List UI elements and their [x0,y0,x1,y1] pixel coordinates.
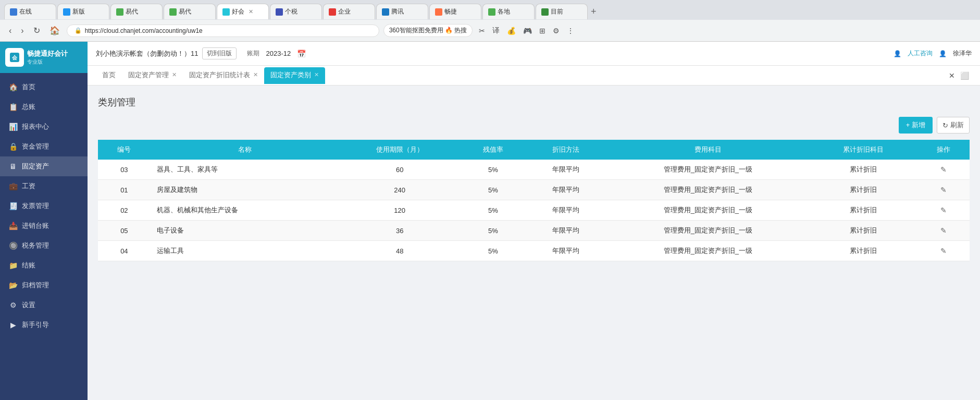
tab-label-2: 易代 [126,7,138,16]
content-area: 类别管理 + 新增 ↻ 刷新 编号 名称 使用期限（月） 残值率 折旧方法 费 [88,86,980,400]
browser-tab-bar: 在线 新版 易代 易代 好会 ✕ 个税 企业 腾讯 [0,0,980,20]
tab-category-close[interactable]: ✕ [314,71,319,78]
browser-tab-1[interactable]: 新版 [57,4,109,19]
reload-button[interactable]: ↻ [31,25,43,37]
browser-chrome: 在线 新版 易代 易代 好会 ✕ 个税 企业 腾讯 [0,0,980,42]
sidebar-item-fund[interactable]: 🔒 资金管理 [0,137,88,156]
tab-asset-mgmt-label: 固定资产管理 [128,70,169,80]
browser-tab-7[interactable]: 腾讯 [376,4,428,19]
sidebar-item-payroll-label: 工资 [22,181,35,191]
settings-btn[interactable]: ⚙ [551,26,562,36]
sidebar-item-inventory[interactable]: 📥 进销台账 [0,216,88,236]
wallet-btn[interactable]: 💰 [505,26,518,36]
browser-tab-9[interactable]: 各地 [482,4,535,19]
edit-button-4[interactable]: ✎ [938,246,949,256]
sidebar-item-settings[interactable]: ⚙ 设置 [0,295,88,315]
search-label: 360智能抠图免费用 🔥 热搜 [389,26,467,35]
browser-tab-10[interactable]: 目前 [536,4,588,19]
cell-action-0[interactable]: ✎ [917,160,970,180]
address-bar[interactable]: 🔒 https://cloud.chanjet.com/accounting/u… [67,25,379,37]
cell-name-1: 房屋及建筑物 [151,180,340,200]
payroll-icon: 💼 [8,181,18,191]
url-text: https://cloud.chanjet.com/accounting/uw1… [85,27,203,34]
svg-text:会: 会 [11,55,18,60]
sidebar-item-home[interactable]: 🏠 首页 [0,77,88,97]
edit-button-2[interactable]: ✎ [938,205,949,215]
browser-tab-3[interactable]: 易代 [164,4,216,19]
tab-category[interactable]: 固定资产类别 ✕ [264,67,325,84]
sidebar-item-inventory-label: 进销台账 [22,221,49,231]
back-button[interactable]: ‹ [6,25,14,37]
ledger-icon: 📋 [8,102,18,112]
sidebar-item-closing[interactable]: 📁 结账 [0,256,88,275]
tab-home[interactable]: 首页 [96,66,122,85]
refresh-icon: ↻ [942,122,948,129]
favicon-4 [222,8,230,16]
cell-accumulated-1: 累计折旧 [810,180,917,200]
browser-tab-6[interactable]: 企业 [323,4,375,19]
col-expense: 费用科目 [606,140,810,160]
add-button[interactable]: + 新增 [899,117,933,134]
page-tab-strip: 首页 固定资产管理 ✕ 固定资产折旧统计表 ✕ 固定资产类别 ✕ ✕ ⬜ [88,66,980,86]
user-avatar: 👤 [939,50,947,57]
switch-version-button[interactable]: 切到旧版 [202,47,237,59]
cell-months-3: 36 [339,221,460,241]
scissors-btn[interactable]: ✂ [477,26,487,36]
cell-residual-4: 5% [460,241,526,261]
translate-btn[interactable]: 译 [490,25,502,37]
cell-action-2[interactable]: ✎ [917,200,970,221]
sidebar-item-archive[interactable]: 📂 归档管理 [0,275,88,295]
browser-tab-5[interactable]: 个税 [270,4,322,19]
favicon-1 [63,8,70,16]
refresh-button[interactable]: ↻ 刷新 [937,117,970,134]
tab-asset-mgmt-close[interactable]: ✕ [172,71,177,78]
more-btn[interactable]: ⋮ [565,26,576,36]
cell-residual-1: 5% [460,180,526,200]
service-label[interactable]: 人工咨询 [908,49,933,58]
search-box[interactable]: 360智能抠图免费用 🔥 热搜 [383,24,473,37]
tab-depreciation[interactable]: 固定资产折旧统计表 ✕ [183,66,264,85]
browser-tab-2[interactable]: 易代 [110,4,163,19]
edit-button-3[interactable]: ✎ [938,225,949,236]
sidebar-item-guide[interactable]: ▶ 新手引导 [0,315,88,335]
edit-button-0[interactable]: ✎ [938,164,949,175]
browser-tab-4[interactable]: 好会 ✕ [217,4,269,19]
table-row: 01 房屋及建筑物 240 5% 年限平均 管理费用_固定资产折旧_一级 累计折… [98,180,970,200]
logo-icon: 会 [5,48,24,67]
assets-icon: 🖥 [8,162,18,171]
sidebar-item-ledger-label: 总账 [22,102,35,112]
cell-id-3: 05 [98,221,151,241]
new-tab-button[interactable]: + [589,6,599,17]
tab-close-4[interactable]: ✕ [249,8,253,15]
calendar-icon[interactable]: 📅 [297,50,306,58]
data-table: 编号 名称 使用期限（月） 残值率 折旧方法 费用科目 累计折旧科目 操作 03… [98,140,970,261]
game-btn[interactable]: 🎮 [521,26,534,36]
closing-icon: 📁 [8,261,18,270]
grid-btn[interactable]: ⊞ [537,26,548,36]
home-button[interactable]: 🏠 [47,25,63,37]
tab-label-7: 腾讯 [391,7,404,16]
sidebar-item-ledger[interactable]: 📋 总账 [0,97,88,117]
tab-depreciation-close[interactable]: ✕ [253,71,258,78]
cell-action-1[interactable]: ✎ [917,180,970,200]
browser-tab-0[interactable]: 在线 [4,4,56,19]
sidebar-item-tax[interactable]: 🔘 税务管理 [0,236,88,256]
cell-action-3[interactable]: ✎ [917,221,970,241]
close-window-btn[interactable]: ✕ [946,70,958,81]
tax-icon: 🔘 [8,241,18,250]
edit-button-1[interactable]: ✎ [938,185,949,195]
sidebar-item-invoice[interactable]: 🧾 发票管理 [0,196,88,216]
table-row: 05 电子设备 36 5% 年限平均 管理费用_固定资产折旧_一级 累计折旧 ✎ [98,221,970,241]
sidebar-item-tax-label: 税务管理 [22,241,49,250]
sidebar-item-payroll[interactable]: 💼 工资 [0,176,88,196]
tab-asset-mgmt[interactable]: 固定资产管理 ✕ [122,66,183,85]
forward-button[interactable]: › [18,25,26,37]
sidebar-item-assets[interactable]: 🖥 固定资产 [0,156,88,176]
maximize-window-btn[interactable]: ⬜ [958,70,972,81]
favicon-6 [329,8,336,16]
cell-action-4[interactable]: ✎ [917,241,970,261]
sidebar-item-settings-label: 设置 [22,300,35,310]
browser-tab-8[interactable]: 畅捷 [429,4,481,19]
sidebar-item-reports[interactable]: 📊 报表中心 [0,117,88,137]
tab-depreciation-label: 固定资产折旧统计表 [189,70,250,80]
